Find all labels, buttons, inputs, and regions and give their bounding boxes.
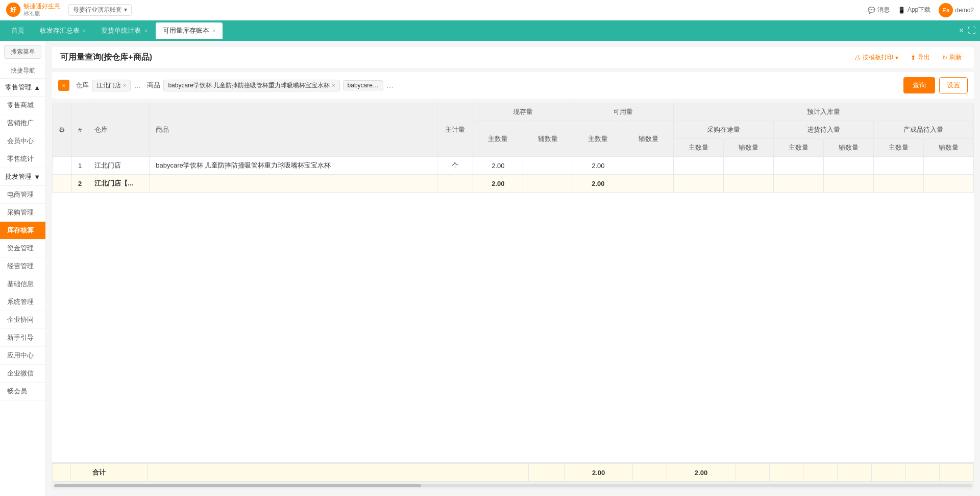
warehouse-filter-more[interactable]: … (134, 81, 141, 89)
th-product: 商品 (150, 103, 437, 157)
th-purchase-group: 采购在途量 (673, 121, 773, 139)
sidebar-item-retail-stats[interactable]: 零售统计 (0, 150, 45, 168)
sidebar-item-finance[interactable]: 资金管理 (0, 240, 45, 257)
th-index: # (72, 103, 88, 157)
product-filter-more[interactable]: … (386, 81, 394, 89)
industry-selector[interactable]: 母婴行业演示账套 ▾ (68, 4, 132, 16)
page-content: 可用量查询(按仓库+商品) 🖨 按模板打印 ▾ ⬆ 导出 ↻ 刷新 (46, 41, 980, 496)
sidebar-item-newbie[interactable]: 新手引导 (0, 329, 45, 347)
product-filter-label: 商品 (147, 81, 160, 90)
nav-tabs-actions: × ⛶ (959, 26, 976, 35)
row2-purchase-main (673, 175, 723, 193)
sidebar-item-enterprise[interactable]: 企业协同 (0, 311, 45, 329)
sidebar-item-wechat[interactable]: 企业微信 (0, 365, 45, 383)
th-gear[interactable]: ⚙ (53, 103, 72, 157)
th-arrivals-group: 进货待入量 (773, 121, 873, 139)
app-download-button[interactable]: 📱 App下载 (898, 6, 930, 14)
close-all-tabs-button[interactable]: × (959, 26, 964, 35)
row2-warehouse: 江北门店【... (88, 175, 150, 193)
product-filter-tag[interactable]: babycare学饮杯 儿童防摔防撞吸管杯重力球吸嘴杯宝宝水杯 × (163, 80, 339, 91)
th-available-group: 可用量 (573, 103, 673, 121)
chevron-down-icon: ▼ (34, 173, 40, 181)
warehouse-filter-tag[interactable]: 江北门店 × (92, 80, 131, 91)
sidebar-item-purchase[interactable]: 采购管理 (0, 204, 45, 222)
product-filter-tag2[interactable]: babycare… (343, 80, 383, 90)
expand-tabs-button[interactable]: ⛶ (968, 26, 976, 35)
top-bar-left: 好 畅捷通好生意 标准版 母婴行业演示账套 ▾ (6, 3, 132, 17)
footer-avail-main: 2.00 (667, 464, 735, 482)
th-avail-main: 主数量 (573, 121, 623, 157)
footer-gear (53, 464, 71, 482)
row2-product (150, 175, 437, 193)
tab-home[interactable]: 首页 (4, 22, 32, 39)
tab-receipts-label: 收发存汇总表 (40, 26, 80, 35)
sidebar-section-retail-header[interactable]: 零售管理 ▲ (0, 79, 45, 97)
sidebar-item-apps[interactable]: 应用中心 (0, 347, 45, 365)
th-warehouse: 仓库 (88, 103, 150, 157)
scrollbar-thumb[interactable] (54, 484, 421, 487)
sidebar-item-system[interactable]: 系统管理 (0, 293, 45, 311)
tab-receipts[interactable]: 收发存汇总表 × (33, 22, 93, 39)
th-production-group: 产成品待入量 (873, 121, 973, 139)
message-button[interactable]: 💬 消息 (868, 6, 890, 14)
horizontal-scrollbar[interactable] (52, 482, 974, 490)
th-current-main: 主数量 (473, 121, 523, 157)
content-area: 可用量查询(按仓库+商品) 🖨 按模板打印 ▾ ⬆ 导出 ↻ 刷新 (46, 41, 980, 496)
logo-icon: 好 (6, 3, 20, 17)
row1-arrivals-main (773, 157, 823, 175)
product-filter-remove[interactable]: × (332, 82, 335, 88)
filter-expand-button[interactable]: » (58, 80, 69, 91)
tab-orders-close[interactable]: × (144, 28, 147, 34)
warehouse-filter-remove[interactable]: × (123, 82, 126, 88)
sidebar-item-operations[interactable]: 经营管理 (0, 257, 45, 275)
row1-unit: 个 (437, 157, 473, 175)
sidebar-item-inventory[interactable]: 库存核算 (0, 222, 45, 240)
export-icon: ⬆ (911, 54, 916, 61)
th-main-unit: 主计量 (437, 103, 473, 157)
tab-orders[interactable]: 要货单统计表 × (94, 22, 154, 39)
export-button[interactable]: ⬆ 导出 (906, 51, 934, 64)
chevron-up-icon: ▲ (34, 84, 40, 91)
industry-selector-label: 母婴行业演示账套 (73, 6, 122, 14)
tab-inventory[interactable]: 可用量库存账本 × (156, 22, 223, 39)
footer-current-main: 2.00 (564, 464, 632, 482)
row2-index: 2 (72, 175, 88, 193)
table-row-subtotal: 2 江北门店【... 2.00 2.00 (53, 175, 974, 193)
print-button[interactable]: 🖨 按模板打印 ▾ (850, 51, 902, 64)
refresh-button[interactable]: ↻ 刷新 (938, 51, 966, 64)
sidebar-section-retail-label: 零售管理 (5, 83, 32, 92)
sidebar-item-basics[interactable]: 基础信息 (0, 275, 45, 293)
warehouse-filter-value: 江北门店 (96, 81, 121, 90)
page-header: 可用量查询(按仓库+商品) 🖨 按模板打印 ▾ ⬆ 导出 ↻ 刷新 (52, 47, 974, 68)
th-current-stock-group: 现存量 (473, 103, 573, 121)
sidebar-item-vip[interactable]: 畅会员 (0, 383, 45, 400)
row2-unit (437, 175, 473, 193)
search-menu-button[interactable]: 搜索菜单 (4, 45, 41, 59)
query-button[interactable]: 查询 (903, 77, 935, 93)
user-profile[interactable]: Ea demo2 (939, 3, 974, 17)
settings-button[interactable]: 设置 (939, 77, 968, 93)
sidebar-item-members[interactable]: 会员中心 (0, 132, 45, 150)
th-purchase-aux: 辅数量 (723, 139, 773, 157)
footer-production-aux (940, 464, 974, 482)
footer-product (148, 464, 529, 482)
filter-actions: 查询 设置 (903, 77, 968, 93)
sidebar-section-wholesale-header[interactable]: 批发管理 ▼ (0, 168, 45, 186)
tab-receipts-close[interactable]: × (83, 28, 86, 34)
footer-row: 合计 2.00 2.00 (53, 464, 974, 482)
print-label: 按模板打印 (863, 53, 893, 62)
chevron-down-icon: ▾ (124, 6, 127, 13)
th-incoming-group: 预计入库量 (673, 103, 973, 121)
tab-inventory-close[interactable]: × (212, 28, 215, 34)
footer-purchase-main (769, 464, 803, 482)
th-arrivals-main: 主数量 (773, 139, 823, 157)
sidebar-item-marketing[interactable]: 营销推广 (0, 114, 45, 132)
row1-purchase-main (673, 157, 723, 175)
sidebar-item-ecommerce[interactable]: 电商管理 (0, 186, 45, 204)
footer-arrivals-main (838, 464, 872, 482)
sidebar: 搜索菜单 快捷导航 零售管理 ▲ 零售商城 营销推广 会员中心 零售统计 批发管… (0, 41, 46, 496)
sidebar-item-retail-mall[interactable]: 零售商城 (0, 97, 45, 114)
page-actions: 🖨 按模板打印 ▾ ⬆ 导出 ↻ 刷新 (850, 51, 966, 64)
quick-nav-button[interactable]: 快捷导航 (0, 63, 45, 79)
row1-index: 1 (72, 157, 88, 175)
